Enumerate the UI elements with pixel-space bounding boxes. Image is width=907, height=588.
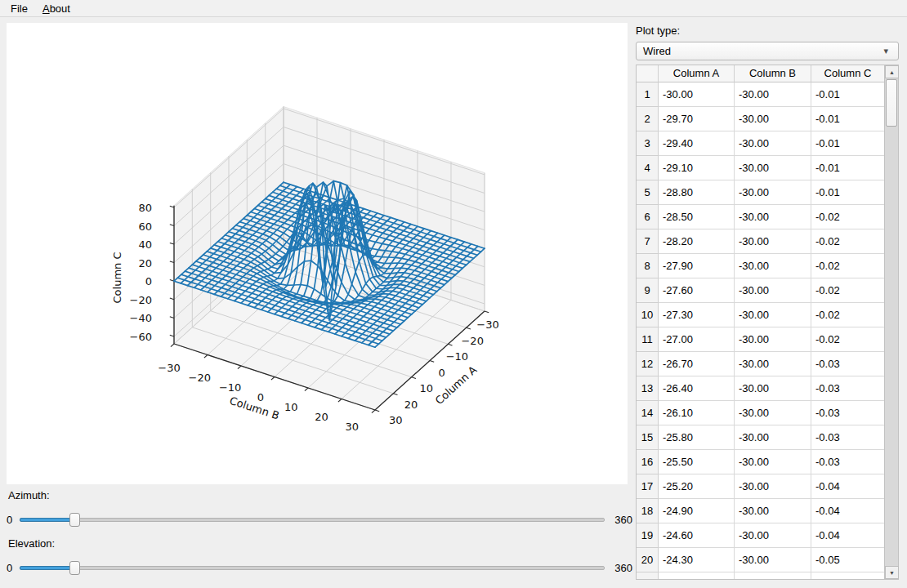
row-number-cell[interactable]: 8	[637, 254, 659, 278]
table-cell[interactable]: -0.03	[811, 401, 885, 425]
table-cell[interactable]: -27.90	[659, 254, 735, 278]
table-cell[interactable]: -30.00	[659, 82, 735, 107]
column-header[interactable]: Column B	[735, 65, 811, 82]
table-cell[interactable]: -25.50	[659, 450, 735, 474]
table-cell[interactable]: -30.00	[735, 523, 811, 548]
table-cell[interactable]: -30.00	[735, 205, 811, 229]
row-number-cell[interactable]: 14	[637, 401, 659, 425]
row-number-cell[interactable]: 18	[637, 499, 659, 523]
plot-type-combobox[interactable]: Wired ▾	[636, 42, 899, 60]
table-cell[interactable]: -0.02	[811, 327, 885, 352]
row-number-cell[interactable]: 20	[637, 548, 659, 572]
table-cell[interactable]: -0.01	[811, 82, 885, 107]
azimuth-slider-row: 0 360	[7, 512, 632, 528]
row-number-cell[interactable]: 19	[637, 523, 659, 548]
table-cell[interactable]: -30.00	[735, 278, 811, 303]
row-number-cell[interactable]: 15	[637, 425, 659, 450]
row-number-cell[interactable]: 17	[637, 474, 659, 499]
table-cell[interactable]: -27.00	[659, 327, 735, 352]
table-cell[interactable]: -0.04	[811, 474, 885, 499]
table-cell[interactable]: -0.01	[811, 180, 885, 205]
table-cell[interactable]: -29.40	[659, 131, 735, 156]
table-cell[interactable]: -0.02	[811, 278, 885, 303]
scroll-up-icon[interactable]: ▲	[885, 65, 899, 78]
table-cell[interactable]: -0.03	[811, 376, 885, 401]
table-cell[interactable]: -30.00	[735, 548, 811, 572]
table-cell[interactable]: -26.40	[659, 376, 735, 401]
row-number-cell[interactable]: 1	[637, 82, 659, 107]
row-number-cell[interactable]: 16	[637, 450, 659, 474]
table-cell[interactable]: -24.60	[659, 523, 735, 548]
table-cell[interactable]: -30.00	[735, 156, 811, 180]
svg-text:0: 0	[438, 367, 445, 379]
table-cell[interactable]: -0.03	[811, 425, 885, 450]
row-number-cell[interactable]: 4	[637, 156, 659, 180]
table-cell[interactable]: -26.10	[659, 401, 735, 425]
column-header[interactable]: Column C	[811, 65, 885, 82]
table-cell[interactable]: -30.00	[735, 376, 811, 401]
row-number-cell[interactable]: 2	[637, 107, 659, 131]
table-cell[interactable]: -27.60	[659, 278, 735, 303]
table-cell[interactable]: -30.00	[735, 474, 811, 499]
elevation-slider[interactable]	[20, 566, 605, 570]
table-cell[interactable]: -28.50	[659, 205, 735, 229]
table-cell[interactable]: -30.00	[735, 303, 811, 327]
table-cell[interactable]: -0.03	[811, 352, 885, 376]
menu-item-file[interactable]: File	[3, 2, 35, 16]
table-cell[interactable]: -0.04	[811, 523, 885, 548]
table-cell[interactable]: -28.80	[659, 180, 735, 205]
scroll-down-icon[interactable]: ▼	[885, 566, 899, 579]
table-cell[interactable]: -30.00	[735, 107, 811, 131]
table-cell[interactable]: -30.00	[735, 254, 811, 278]
table-cell[interactable]: -0.04	[811, 499, 885, 523]
svg-text:−30: −30	[158, 362, 180, 374]
table-cell[interactable]: -25.20	[659, 474, 735, 499]
azimuth-slider-handle[interactable]	[69, 513, 80, 527]
table-cell[interactable]: -30.00	[735, 131, 811, 156]
table-cell[interactable]: -0.03	[811, 450, 885, 474]
row-number-cell[interactable]: 7	[637, 229, 659, 254]
table-cell[interactable]: -30.00	[735, 180, 811, 205]
table-cell[interactable]: -30.00	[735, 401, 811, 425]
table-cell[interactable]: -0.02	[811, 303, 885, 327]
table-cell[interactable]: -0.02	[811, 254, 885, 278]
column-header[interactable]: Column A	[659, 65, 735, 82]
table-row: 20-24.30-30.00-0.05	[637, 548, 898, 572]
table-cell[interactable]: -27.30	[659, 303, 735, 327]
table-cell[interactable]: -0.01	[811, 156, 885, 180]
table-cell[interactable]: -26.70	[659, 352, 735, 376]
table-cell[interactable]: -0.01	[811, 131, 885, 156]
row-number-cell[interactable]: 5	[637, 180, 659, 205]
table-cell[interactable]: -0.02	[811, 229, 885, 254]
row-number-cell[interactable]: 6	[637, 205, 659, 229]
row-number-cell[interactable]: 3	[637, 131, 659, 156]
table-scrollbar[interactable]: ▲ ▼	[884, 65, 898, 579]
table-cell[interactable]: -30.00	[735, 229, 811, 254]
table-cell[interactable]: -24.90	[659, 499, 735, 523]
azimuth-slider[interactable]	[20, 518, 605, 522]
scrollbar-handle[interactable]	[886, 79, 897, 127]
row-number-cell[interactable]: 9	[637, 278, 659, 303]
table-cell[interactable]: -0.05	[811, 548, 885, 572]
table-cell[interactable]: -0.01	[811, 107, 885, 131]
table-cell[interactable]: -30.00	[735, 499, 811, 523]
table-cell[interactable]: -30.00	[735, 82, 811, 107]
row-number-cell[interactable]: 10	[637, 303, 659, 327]
table-cell[interactable]: -29.10	[659, 156, 735, 180]
azimuth-min-label: 0	[7, 514, 16, 526]
table-cell[interactable]: -0.02	[811, 205, 885, 229]
row-number-cell[interactable]: 13	[637, 376, 659, 401]
menu-item-about[interactable]: About	[35, 2, 78, 16]
table-cell[interactable]: -28.20	[659, 229, 735, 254]
elevation-slider-handle[interactable]	[69, 561, 80, 575]
table-cell[interactable]: -30.00	[735, 327, 811, 352]
row-number-cell[interactable]: 12	[637, 352, 659, 376]
table-cell[interactable]: -25.80	[659, 425, 735, 450]
table-cell[interactable]: -24.30	[659, 548, 735, 572]
row-number-cell[interactable]: 11	[637, 327, 659, 352]
table-cell[interactable]: -29.70	[659, 107, 735, 131]
table-cell[interactable]: -30.00	[735, 450, 811, 474]
svg-text:20: 20	[315, 411, 328, 423]
table-cell[interactable]: -30.00	[735, 425, 811, 450]
table-cell[interactable]: -30.00	[735, 352, 811, 376]
